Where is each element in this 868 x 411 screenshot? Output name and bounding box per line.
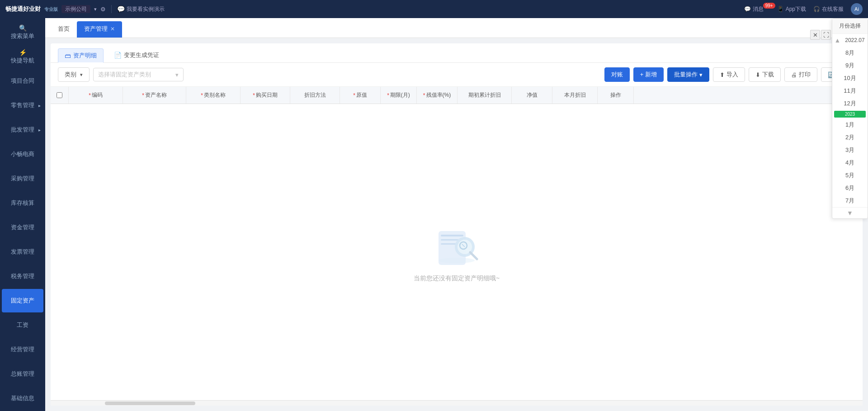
month-item-2[interactable]: 2月: [832, 131, 868, 144]
col-operation: 操作: [598, 87, 634, 104]
expand-panel-button[interactable]: ⛶: [821, 30, 831, 40]
company-name: 示例公司: [61, 5, 90, 13]
import-icon: ⬆: [720, 71, 725, 78]
filter-row: 选择请固定资产类别 ▾: [93, 68, 345, 81]
year-badge-2023: 2023: [834, 111, 866, 118]
month-item-8[interactable]: 8月: [832, 47, 868, 59]
select-all-checkbox[interactable]: [57, 92, 62, 98]
category-select[interactable]: 选择请固定资产类别 ▾: [93, 68, 184, 81]
panel-tabs: 🗃 资产明细 📄 变更生成凭证: [51, 43, 863, 63]
topbar: 畅捷通好业财 专业版 示例公司 ▾ ⚙ 💬 我要看实例演示 💬 消息 99+ 📱…: [0, 0, 868, 18]
month-nav: ▲ 2022.07: [832, 34, 868, 47]
inner-content: 🗃 资产明细 📄 变更生成凭证 类别 ▾: [45, 38, 868, 411]
sidebar-item-basic[interactable]: 基础信息: [2, 387, 43, 410]
col-code: * 编码: [69, 87, 123, 104]
settings-button[interactable]: ⚙: [100, 6, 106, 13]
toolbar: 类别 ▾ 选择请固定资产类别 ▾ 对账 + 新增: [51, 63, 863, 87]
content-area: 首页 资产管理 ✕ 🗃 资产明细 📄 变更生成凭证: [45, 18, 868, 411]
empty-icon: [429, 222, 484, 267]
change-voucher-icon: 📄: [114, 52, 122, 59]
month-item-6[interactable]: 6月: [832, 182, 868, 194]
svg-line-7: [470, 252, 477, 259]
month-selector-panel: 月份选择 ▲ 2022.07 8月 9月 10月 11月 12月 2023: [832, 18, 868, 219]
tab-asset-detail[interactable]: 🗃 资产明细: [58, 48, 104, 63]
table-header: * 编码 * 资产名称 * 类别名称 * 购买日: [51, 87, 863, 104]
scrollbar-thumb: [105, 402, 195, 405]
empty-text: 当前您还没有固定资产明细哦~: [414, 274, 500, 283]
month-item-4[interactable]: 4月: [832, 156, 868, 169]
sidebar-item-search[interactable]: 🔍 搜索菜单: [2, 20, 43, 44]
topbar-left: 畅捷通好业财 专业版 示例公司 ▾ ⚙ 💬 我要看实例演示: [5, 5, 165, 13]
tab-home[interactable]: 首页: [51, 21, 77, 38]
col-checkbox[interactable]: [51, 87, 69, 104]
sidebar-item-ledger[interactable]: 总账管理: [2, 362, 43, 386]
main-layout: 🔍 搜索菜单 ⚡ 快捷导航 项目合同 零售管理 ▸ 批发管理 ▸ 小畅电商 采购…: [0, 18, 868, 411]
month-panel-header: 月份选择: [832, 19, 868, 34]
month-item-9[interactable]: 9月: [832, 59, 868, 72]
month-nav-up[interactable]: ▲: [832, 36, 842, 45]
sidebar-item-wholesale[interactable]: 批发管理 ▸: [2, 118, 43, 142]
online-service-button[interactable]: 🎧 在线客服: [813, 5, 844, 13]
tab-change-voucher[interactable]: 📄 变更生成凭证: [107, 48, 166, 62]
sidebar-item-inventory[interactable]: 库存核算: [2, 191, 43, 215]
sidebar-item-business[interactable]: 经营管理: [2, 338, 43, 361]
sidebar-item-tax[interactable]: 税务管理: [2, 265, 43, 288]
col-period-depreciation: 期初累计折旧: [458, 87, 512, 104]
year-display: 2022.07: [845, 37, 864, 43]
month-item-3[interactable]: 3月: [832, 144, 868, 156]
asset-detail-icon: 🗃: [65, 52, 71, 59]
month-item-12[interactable]: 12月: [832, 97, 868, 110]
month-nav-down[interactable]: ▼: [847, 209, 853, 217]
close-panel-button[interactable]: ✕: [810, 30, 820, 40]
col-residual-rate: * 残值率(%): [417, 87, 458, 104]
avatar[interactable]: Ai: [851, 3, 863, 15]
sidebar-item-fixed-assets[interactable]: 固定资产: [2, 289, 43, 312]
tab-close-icon[interactable]: ✕: [110, 26, 115, 32]
tab-asset-management[interactable]: 资产管理 ✕: [77, 21, 122, 38]
batch-dropdown-icon: ▾: [699, 71, 703, 78]
topbar-right: 💬 消息 99+ 📱 App下载 🎧 在线客服 Ai: [744, 3, 863, 15]
sidebar-item-purchase[interactable]: 采购管理: [2, 167, 43, 190]
main-panel: 🗃 资产明细 📄 变更生成凭证 类别 ▾: [51, 43, 863, 406]
app-edition: 专业版: [44, 7, 58, 12]
month-item-5[interactable]: 5月: [832, 169, 868, 182]
download-button[interactable]: ⬇ 下载: [749, 67, 781, 82]
sidebar-item-payroll[interactable]: 工资: [2, 313, 43, 337]
table-scrollbar[interactable]: [51, 400, 863, 406]
app-name: 畅捷通好业财: [5, 5, 41, 12]
sidebar-item-invoice[interactable]: 发票管理: [2, 240, 43, 264]
sidebar-item-project[interactable]: 项目合同: [2, 69, 43, 93]
batch-button[interactable]: 批量操作 ▾: [667, 67, 709, 82]
print-button[interactable]: 🖨 打印: [784, 67, 817, 82]
filter-category-select[interactable]: 类别 ▾: [58, 67, 90, 82]
messages-button[interactable]: 💬 消息 99+: [744, 5, 770, 13]
month-item-10[interactable]: 10月: [832, 72, 868, 85]
col-period: * 期限(月): [381, 87, 417, 104]
app-download-button[interactable]: 📱 App下载: [777, 5, 806, 13]
dropdown-arrow-icon: ▾: [175, 71, 179, 78]
company-dropdown[interactable]: ▾: [94, 6, 97, 12]
col-original-value: * 原值: [340, 87, 381, 104]
month-list: 8月 9月 10月 11月 12月 2023 1月 2月: [832, 47, 868, 207]
demo-link[interactable]: 💬 我要看实例演示: [117, 5, 165, 13]
import-button[interactable]: ⬆ 导入: [713, 67, 745, 82]
print-icon: 🖨: [791, 71, 797, 78]
sidebar-item-fund[interactable]: 资金管理: [2, 216, 43, 239]
month-item-11[interactable]: 11月: [832, 85, 868, 97]
download-icon: ⬇: [755, 71, 760, 78]
col-name: * 资产名称: [123, 87, 186, 104]
month-item-7[interactable]: 7月: [832, 194, 868, 207]
sidebar-item-quick-nav[interactable]: ⚡ 快捷导航: [2, 45, 43, 68]
reconcile-button[interactable]: 对账: [604, 67, 630, 82]
chevron-right-icon: ▸: [38, 127, 41, 133]
month-panel-footer: ▼: [832, 207, 868, 218]
tab-bar: 首页 资产管理 ✕: [45, 18, 868, 38]
sidebar-item-retail[interactable]: 零售管理 ▸: [2, 94, 43, 117]
add-button[interactable]: + 新增: [633, 67, 664, 82]
sidebar-item-ecommerce[interactable]: 小畅电商: [2, 142, 43, 166]
col-depreciation-method: 折旧方法: [290, 87, 340, 104]
svg-rect-3: [441, 239, 459, 241]
empty-state: 当前您还没有固定资产明细哦~: [51, 104, 863, 400]
month-item-1[interactable]: 1月: [832, 118, 868, 131]
message-badge: 99+: [763, 3, 775, 9]
